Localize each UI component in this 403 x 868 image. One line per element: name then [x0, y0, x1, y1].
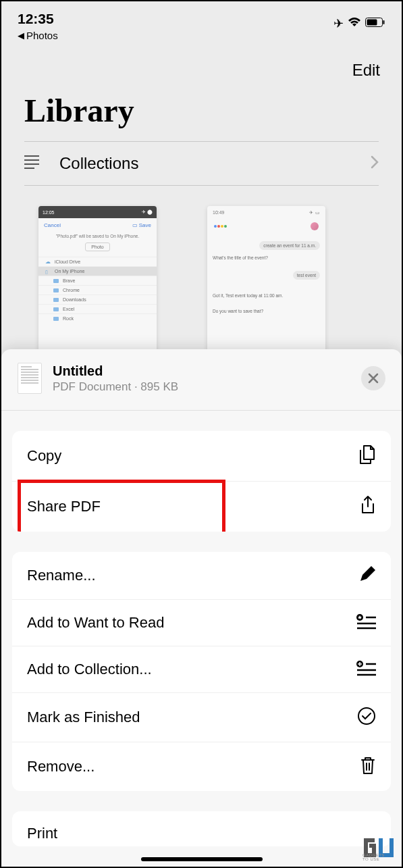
- copy-icon: [358, 444, 376, 467]
- collections-label: Collections: [59, 154, 371, 173]
- home-indicator[interactable]: [141, 857, 263, 861]
- trash-icon: [360, 756, 376, 777]
- svg-point-11: [358, 708, 375, 724]
- add-to-collection-item[interactable]: Add to Collection...: [12, 646, 391, 693]
- back-to-photos[interactable]: ◀ Photos: [18, 30, 58, 41]
- status-bar: 12:35 ◀ Photos ✈: [1, 1, 402, 41]
- svg-rect-2: [383, 20, 385, 24]
- back-caret-icon: ◀: [18, 30, 24, 41]
- page-title: Library: [1, 72, 402, 136]
- sheet-header: Untitled PDF Document · 895 KB: [1, 349, 402, 410]
- status-time: 12:35: [18, 11, 58, 27]
- battery-icon: [365, 18, 385, 30]
- svg-rect-1: [367, 20, 377, 26]
- checkmark-circle-icon: [357, 707, 376, 728]
- star-list-icon: [356, 613, 376, 632]
- action-sheet: Untitled PDF Document · 895 KB Copy Shar…: [1, 349, 402, 867]
- wifi-icon: [348, 17, 361, 30]
- menu-group: Rename... Add to Want to Read Add to Col…: [12, 552, 391, 791]
- list-icon: [24, 155, 39, 172]
- add-want-to-read-item[interactable]: Add to Want to Read: [12, 600, 391, 646]
- share-icon: [360, 495, 376, 518]
- pencil-icon: [358, 565, 376, 586]
- close-icon: [368, 373, 379, 384]
- edit-button[interactable]: Edit: [352, 61, 380, 80]
- rename-item[interactable]: Rename...: [12, 552, 391, 600]
- airplane-mode-icon: ✈: [333, 16, 344, 31]
- collections-row[interactable]: Collections: [1, 142, 402, 185]
- close-button[interactable]: [361, 366, 385, 390]
- chevron-right-icon: [371, 155, 379, 172]
- watermark: GADGETS TO USE: [362, 833, 398, 863]
- share-pdf-item[interactable]: Share PDF: [12, 482, 391, 532]
- print-item[interactable]: Print: [12, 811, 391, 846]
- remove-item[interactable]: Remove...: [12, 742, 391, 791]
- mark-finished-item[interactable]: Mark as Finished: [12, 693, 391, 742]
- copy-item[interactable]: Copy: [12, 431, 391, 482]
- plus-list-icon: [356, 660, 376, 679]
- menu-group: Copy Share PDF: [12, 431, 391, 532]
- sheet-title: Untitled: [53, 363, 178, 379]
- pdf-thumbnail-icon: [18, 363, 42, 394]
- menu-group: Print: [12, 811, 391, 846]
- sheet-subtitle: PDF Document · 895 KB: [53, 380, 178, 394]
